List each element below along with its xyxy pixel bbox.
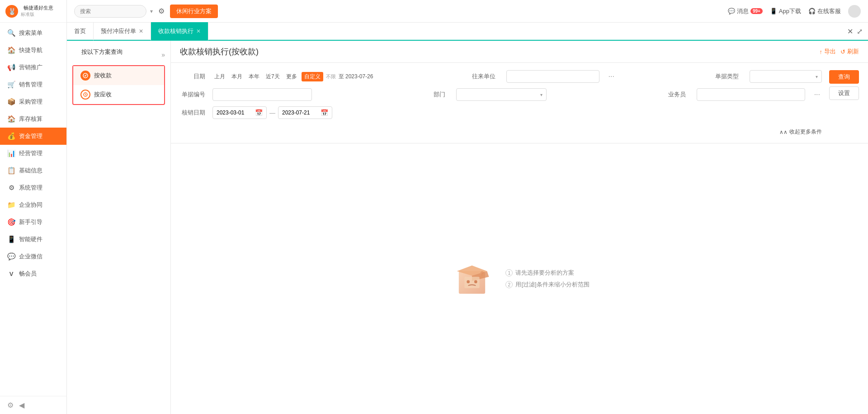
sidebar-label-operation: 经营管理: [19, 149, 42, 157]
app-logo: 🐰 畅捷通好生意 标准版: [0, 0, 66, 23]
filter-by-payable-label: 按应收: [94, 90, 112, 99]
payable-filter-icon: [80, 90, 90, 100]
sidebar-item-search-menu[interactable]: 🔍 搜索菜单: [0, 24, 66, 42]
main-content: ▾ ⚙ 休闲行业方案 💬 消息 99+ 📱 App下载 🎧 在线客服 首页: [67, 0, 868, 414]
online-service-action[interactable]: 🎧 在线客服: [808, 7, 841, 15]
filter-panel: 按以下方案查询 » 按收款 按应收: [67, 41, 171, 414]
tab-home-label: 首页: [74, 27, 86, 35]
sidebar-item-sales[interactable]: 🛒 销售管理: [0, 76, 66, 93]
weixin-icon: 💬: [7, 252, 15, 261]
topbar-chevron-icon[interactable]: ▾: [150, 8, 153, 14]
date-shortcut-this-month[interactable]: 本月: [230, 72, 244, 81]
sidebar-item-hardware[interactable]: 📱 智能硬件: [0, 231, 66, 248]
dept-label: 部门: [434, 90, 445, 99]
tab-home[interactable]: 首页: [67, 22, 94, 40]
condition-row-1: 日期 上月 本月 本年 近7天 更多 自定义 不限 至 2023-07-26: [180, 70, 822, 83]
date-label: 日期: [180, 72, 205, 81]
sidebar-label-hardware: 智能硬件: [19, 235, 42, 243]
verify-date-start-input[interactable]: 2023-03-01 📅: [212, 106, 267, 119]
sidebar-footer: ⚙ ◀: [0, 396, 66, 414]
filter-item-by-receipt[interactable]: 按收款: [73, 66, 164, 85]
partner-input[interactable]: [506, 70, 599, 83]
verify-date-start-calendar-icon[interactable]: 📅: [255, 109, 263, 116]
app-download-action[interactable]: 📱 App下载: [770, 7, 801, 15]
sales-icon: 🛒: [7, 81, 15, 89]
tip-num-1: 1: [505, 269, 513, 276]
sidebar-item-inventory[interactable]: 🏠 库存核算: [0, 110, 66, 128]
query-button[interactable]: 查询: [829, 70, 859, 84]
close-window-icon[interactable]: ✕: [847, 27, 853, 36]
solution-button[interactable]: 休闲行业方案: [170, 5, 218, 18]
topbar-gear-icon[interactable]: ⚙: [158, 7, 165, 15]
inventory-icon: 🏠: [7, 115, 15, 123]
tab-prepay-close-icon[interactable]: ✕: [139, 28, 143, 34]
finance-icon: 💰: [7, 132, 15, 140]
tab-prepay[interactable]: 预付冲应付单 ✕: [94, 22, 151, 40]
sidebar-item-marketing[interactable]: 📢 营销推广: [0, 59, 66, 76]
logo-icon: 🐰: [5, 5, 18, 18]
sidebar-item-quick-nav[interactable]: 🏠 快捷导航: [0, 42, 66, 59]
empty-tip-1: 1 请先选择要分析的方案: [505, 269, 589, 277]
sidebar-label-weixin: 企业微信: [19, 252, 42, 261]
tab-receipt-close-icon[interactable]: ✕: [196, 28, 201, 34]
member-icon: V: [7, 270, 15, 278]
partner-label: 往来单位: [472, 72, 495, 81]
refresh-button[interactable]: ↺ 刷新: [840, 48, 859, 56]
collapse-sidebar-icon[interactable]: ◀: [19, 401, 24, 409]
page-title: 收款核销执行(按收款): [180, 46, 259, 57]
sidebar-item-operation[interactable]: 📊 经营管理: [0, 145, 66, 162]
date-shortcuts: 上月 本月 本年 近7天 更多 自定义 不限 至 2023-07-26: [212, 72, 373, 81]
date-shortcut-more[interactable]: 更多: [284, 72, 299, 81]
expand-window-icon[interactable]: ⤢: [857, 27, 863, 36]
sidebar-label-marketing: 营销推广: [19, 63, 42, 71]
sidebar-label-purchase: 采购管理: [19, 98, 42, 106]
sidebar-item-weixin[interactable]: 💬 企业微信: [0, 248, 66, 265]
partner-dots-icon[interactable]: ···: [607, 72, 616, 81]
sidebar-item-basic-info[interactable]: 📋 基础信息: [0, 162, 66, 179]
sidebar-item-member[interactable]: V 畅会员: [0, 265, 66, 282]
date-shortcut-custom[interactable]: 自定义: [302, 72, 323, 81]
dept-select[interactable]: ▾: [456, 88, 547, 101]
user-avatar[interactable]: [848, 5, 861, 18]
sidebar-item-enterprise[interactable]: 📁 企业协同: [0, 196, 66, 214]
collapse-more-icon: ∧∧: [779, 129, 788, 135]
verify-date-end-input[interactable]: 2023-07-21 📅: [278, 106, 332, 119]
date-shortcut-this-year[interactable]: 本年: [247, 72, 261, 81]
svg-point-5: [474, 280, 477, 283]
sidebar-label-sales: 销售管理: [19, 81, 42, 89]
svg-point-4: [467, 280, 470, 283]
message-action[interactable]: 💬 消息 99+: [728, 7, 763, 15]
filter-collapse-icon[interactable]: »: [161, 51, 165, 58]
window-controls: ✕ ⤢: [847, 27, 868, 36]
filter-item-by-payable[interactable]: 按应收: [73, 85, 164, 104]
action-buttons: 查询 设置: [829, 70, 859, 100]
sidebar-item-purchase[interactable]: 📦 采购管理: [0, 93, 66, 110]
sidebar-label-search-menu: 搜索菜单: [19, 29, 42, 37]
collapse-more-button[interactable]: ∧∧ 收起更多条件: [779, 128, 822, 136]
sidebar-label-system: 系统管理: [19, 184, 42, 192]
export-button[interactable]: ↑ 导出: [820, 48, 836, 56]
date-shortcut-last-month[interactable]: 上月: [212, 72, 227, 81]
sidebar-item-guide[interactable]: 🎯 新手引导: [0, 214, 66, 231]
topbar-search-input[interactable]: [74, 5, 146, 18]
service-icon: 🎧: [808, 8, 816, 14]
date-shortcut-7days[interactable]: 近7天: [264, 72, 282, 81]
message-label: 消息: [737, 7, 749, 15]
empty-tips: 1 请先选择要分析的方案 2 用[过滤]条件来缩小分析范围: [505, 269, 589, 289]
verify-date-end-calendar-icon[interactable]: 📅: [321, 109, 328, 116]
sidebar-item-system[interactable]: ⚙ 系统管理: [0, 179, 66, 196]
collapse-more-area: ∧∧ 收起更多条件: [180, 124, 822, 136]
settings-button[interactable]: 设置: [829, 86, 859, 100]
tab-receipt[interactable]: 收款核销执行 ✕: [151, 22, 208, 40]
refresh-icon: ↺: [840, 48, 845, 55]
sidebar-item-finance[interactable]: 💰 资金管理: [0, 128, 66, 145]
svg-text:?: ?: [481, 270, 484, 277]
message-icon: 💬: [728, 8, 735, 14]
staff-dots-icon[interactable]: ···: [812, 90, 822, 99]
staff-input[interactable]: [697, 88, 805, 101]
page-area: 按以下方案查询 » 按收款 按应收: [67, 41, 868, 414]
bill-type-select[interactable]: ▾: [750, 70, 822, 83]
bill-number-input[interactable]: [212, 88, 312, 101]
empty-state: ? 1 请先选择要分析的方案 2 用[过滤]条件来缩小分析范围: [171, 143, 868, 414]
settings-icon[interactable]: ⚙: [7, 401, 14, 409]
